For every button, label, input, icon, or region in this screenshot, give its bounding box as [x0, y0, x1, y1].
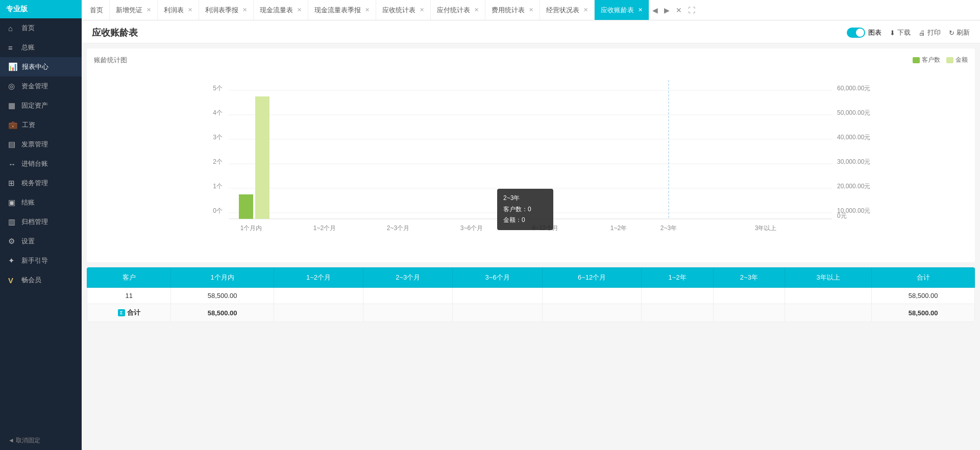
- total-label-text: 合计: [127, 308, 140, 317]
- total-612m: [542, 304, 642, 322]
- sidebar-item-ledger[interactable]: ≡ 总账: [0, 38, 82, 57]
- table-total-row: Σ 合计 58,500.00 58,500.00: [87, 304, 975, 322]
- tab-maximize[interactable]: ⛶: [685, 0, 698, 20]
- refresh-icon: ↻: [949, 29, 954, 37]
- cell-12y: [642, 288, 713, 304]
- sales-icon: ↔: [8, 160, 17, 168]
- tab-expense-stats-close[interactable]: ✕: [529, 7, 533, 13]
- tab-home[interactable]: 首页: [84, 0, 110, 20]
- tab-operations-close[interactable]: ✕: [583, 7, 588, 13]
- col-36m: 3~6个月: [453, 268, 542, 288]
- cell-1m: 58,500.00: [171, 288, 274, 304]
- sidebar-item-tax[interactable]: ⊞ 税务管理: [0, 173, 82, 193]
- tab-scroll-left[interactable]: ◀: [649, 0, 661, 20]
- sidebar-item-archive[interactable]: ▥ 归档管理: [0, 212, 82, 232]
- total-1m: 58,500.00: [171, 304, 274, 322]
- total-12y: [642, 304, 713, 322]
- refresh-button[interactable]: ↻ 刷新: [949, 28, 970, 37]
- header-actions: 图表 ⬇ 下载 🖨 打印 ↻ 刷新: [847, 28, 970, 38]
- tab-ar-aging-close[interactable]: ✕: [638, 7, 643, 13]
- sidebar-item-vip[interactable]: V 畅会员: [0, 270, 82, 290]
- tab-profit-quarterly-label: 利润表季报: [205, 6, 238, 15]
- tab-ar-aging[interactable]: 应收账龄表 ✕: [595, 0, 649, 20]
- sidebar-item-fixed[interactable]: ▦ 固定资产: [0, 96, 82, 115]
- content-area: 账龄统计图 客户数 金额 5个 4个 3个 2个 1个: [82, 43, 980, 450]
- tab-scroll-right[interactable]: ▶: [661, 0, 673, 20]
- sidebar-item-capital[interactable]: ◎ 资金管理: [0, 77, 82, 96]
- col-total: 合计: [872, 268, 975, 288]
- sidebar-item-close[interactable]: ▣ 结账: [0, 193, 82, 212]
- tab-operations[interactable]: 经营状况表 ✕: [540, 0, 595, 20]
- tax-icon: ⊞: [8, 179, 17, 188]
- sidebar-item-label: 设置: [21, 237, 35, 246]
- tab-profit-close[interactable]: ✕: [188, 7, 192, 13]
- total-12m: [274, 304, 363, 322]
- print-label: 打印: [927, 28, 941, 37]
- report-icon: 📊: [8, 62, 18, 71]
- tab-expense-stats[interactable]: 费用统计表 ✕: [485, 0, 540, 20]
- chart-svg: 5个 4个 3个 2个 1个 0个 60,000.00元 50,000.00元 …: [94, 70, 968, 254]
- sidebar-item-label: 固定资产: [21, 101, 48, 110]
- tab-bar: 首页 新增凭证 ✕ 利润表 ✕ 利润表季报 ✕ 现金流量表 ✕ 现金流量表季报 …: [82, 0, 980, 20]
- sidebar-item-label: 新手引导: [21, 256, 48, 265]
- sidebar-item-report[interactable]: 📊 报表中心: [0, 57, 82, 77]
- tab-voucher-close[interactable]: ✕: [146, 7, 151, 13]
- tab-cashflow[interactable]: 现金流量表 ✕: [254, 0, 308, 20]
- cell-23m: [363, 288, 453, 304]
- sidebar-item-invoice[interactable]: ▤ 发票管理: [0, 135, 82, 154]
- guide-icon: ✦: [8, 256, 17, 265]
- tab-profit-quarterly-close[interactable]: ✕: [242, 7, 247, 13]
- sidebar-item-label: 首页: [21, 23, 35, 33]
- settings-icon: ⚙: [8, 237, 17, 246]
- legend-label-amount: 金额: [955, 56, 968, 64]
- toggle-track[interactable]: [847, 28, 865, 38]
- sidebar: 专业版 ⌂ 首页 ≡ 总账 📊 报表中心 ◎ 资金管理 ▦ 固定资产 💼 工资 …: [0, 0, 82, 450]
- tab-close-all[interactable]: ✕: [673, 0, 685, 20]
- tab-ar-stats-close[interactable]: ✕: [420, 7, 424, 13]
- tab-expense-stats-label: 费用统计表: [492, 6, 525, 15]
- tab-cashflow-close[interactable]: ✕: [297, 7, 302, 13]
- download-button[interactable]: ⬇ 下载: [890, 28, 911, 37]
- svg-text:3个: 3个: [213, 134, 223, 141]
- legend-customer-count: 客户数: [913, 56, 940, 64]
- total-23m: [363, 304, 453, 322]
- table-row: 11 58,500.00 58,500.00: [87, 288, 975, 304]
- close-account-icon: ▣: [8, 198, 17, 207]
- sidebar-item-salary[interactable]: 💼 工资: [0, 115, 82, 135]
- invoice-icon: ▤: [8, 140, 17, 149]
- print-button[interactable]: 🖨 打印: [919, 28, 941, 37]
- svg-text:40,000.00元: 40,000.00元: [837, 134, 870, 141]
- page-header: 应收账龄表 图表 ⬇ 下载 🖨 打印 ↻ 刷新: [82, 20, 980, 43]
- print-icon: 🖨: [919, 29, 925, 37]
- chart-toggle[interactable]: 图表: [847, 28, 881, 38]
- col-12y: 1~2年: [642, 268, 713, 288]
- tab-profit[interactable]: 利润表 ✕: [158, 0, 199, 20]
- tab-profit-quarterly[interactable]: 利润表季报 ✕: [199, 0, 254, 20]
- table-container: 客户 1个月内 1~2个月 2~3个月 3~6个月 6~12个月 1~2年 2~…: [87, 267, 975, 322]
- sidebar-item-sales[interactable]: ↔ 进销台账: [0, 154, 82, 173]
- tab-home-label: 首页: [90, 6, 103, 15]
- refresh-label: 刷新: [957, 28, 970, 37]
- sidebar-item-label: 发票管理: [21, 140, 48, 149]
- total-23y: [713, 304, 785, 322]
- tab-operations-label: 经营状况表: [546, 6, 579, 15]
- sidebar-item-label: 总账: [21, 43, 35, 52]
- ledger-icon: ≡: [8, 43, 17, 52]
- sidebar-item-guide[interactable]: ✦ 新手引导: [0, 251, 82, 270]
- sidebar-item-settings[interactable]: ⚙ 设置: [0, 232, 82, 251]
- archive-icon: ▥: [8, 217, 17, 227]
- vip-icon: V: [8, 276, 17, 285]
- tab-cashflow-quarterly-close[interactable]: ✕: [365, 7, 370, 13]
- svg-text:1~2年: 1~2年: [610, 224, 627, 232]
- svg-text:2~3个月: 2~3个月: [387, 224, 409, 232]
- sidebar-item-home[interactable]: ⌂ 首页: [0, 18, 82, 38]
- tab-ap-stats[interactable]: 应付统计表 ✕: [431, 0, 485, 20]
- sidebar-pin-toggle[interactable]: ◄ 取消固定: [0, 431, 82, 450]
- tab-voucher[interactable]: 新增凭证 ✕: [110, 0, 158, 20]
- fixed-icon: ▦: [8, 101, 17, 110]
- tab-ar-stats[interactable]: 应收统计表 ✕: [376, 0, 431, 20]
- tab-ap-stats-close[interactable]: ✕: [474, 7, 479, 13]
- tab-cashflow-quarterly[interactable]: 现金流量表季报 ✕: [308, 0, 376, 20]
- sidebar-item-label: 资金管理: [21, 82, 48, 91]
- total-icon: Σ: [118, 309, 125, 316]
